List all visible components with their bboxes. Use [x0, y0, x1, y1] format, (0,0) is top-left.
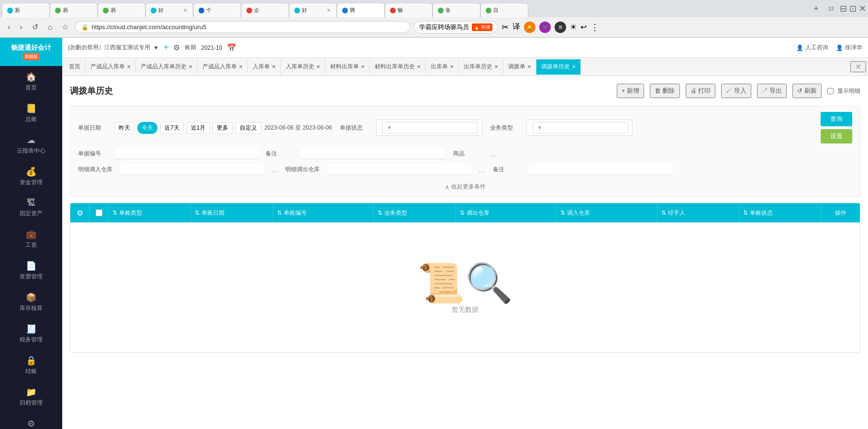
tab-close-6[interactable]: ✕ [326, 7, 332, 13]
new-button[interactable]: + 新增 [617, 84, 644, 98]
sidebar-item-report[interactable]: ☁ 云报表中心 [0, 129, 62, 161]
page-tab-close-in-order[interactable]: ✕ [272, 64, 276, 69]
select-all-checkbox[interactable] [96, 209, 102, 216]
menu-icon[interactable]: ⋮ [590, 22, 599, 33]
page-tab-in-history[interactable]: 入库单历史 ✕ [281, 59, 325, 75]
sidebar-item-archive[interactable]: 📁 归档管理 [0, 381, 62, 413]
date-custom-btn[interactable]: 自定义 [235, 122, 261, 134]
display-toggle[interactable]: 显示明细 [827, 87, 860, 95]
sidebar-item-ledger[interactable]: 📒 总账 [0, 98, 62, 129]
browser-tab-7[interactable]: 腾 [337, 3, 385, 17]
th-in[interactable]: ⇅ 调入仓库 [556, 203, 657, 222]
user-button[interactable]: 👤 徐泽华 [836, 44, 862, 52]
brightness-icon[interactable]: ☀ [570, 22, 577, 32]
date-yesterday-btn[interactable]: 昨天 [114, 122, 134, 134]
date-1month-btn[interactable]: 近1月 [187, 122, 210, 134]
goods-dots-btn[interactable]: ... [490, 150, 496, 158]
page-tab-close-transfer-history[interactable]: ✕ [572, 64, 576, 69]
calendar-icon[interactable]: 📅 [227, 43, 236, 52]
star-button[interactable]: ☆ [59, 21, 71, 33]
page-tab-close-material-out[interactable]: ✕ [361, 64, 365, 69]
window-controls[interactable]: ⊟ ⊡ ✕ [840, 3, 866, 14]
page-tab-home[interactable]: 首页 [64, 59, 86, 75]
th-handler[interactable]: ⇅ 经手人 [657, 203, 740, 222]
extension-icon-1[interactable]: 🔔 [524, 22, 535, 33]
undo-icon[interactable]: ↩ [580, 22, 587, 32]
display-checkbox[interactable] [827, 88, 834, 94]
page-tab-product-in-history[interactable]: 产成品入库单历史 ✕ [136, 59, 198, 75]
note-input[interactable] [529, 164, 673, 175]
out-warehouse-input[interactable] [327, 164, 471, 175]
page-tab-material-out-history[interactable]: 材料出库单历史 ✕ [370, 59, 426, 75]
refresh-button[interactable]: ↺ 刷新 [792, 84, 822, 98]
sidebar-item-wage[interactable]: 💼 工资 [0, 223, 62, 255]
browser-tab-2[interactable]: 易 [98, 3, 145, 17]
forward-button[interactable]: › [17, 21, 25, 33]
tab-close-3[interactable]: ✕ [182, 7, 188, 13]
th-date[interactable]: ⇅ 单账日期 [191, 203, 273, 222]
browser-tab-3[interactable]: 好 ✕ [145, 3, 193, 17]
back-button[interactable]: ‹ [5, 21, 13, 33]
date-more-btn[interactable]: 更多 [212, 122, 233, 134]
scissors-icon[interactable]: ✂ [501, 22, 509, 33]
page-tab-material-out[interactable]: 材料出库单 ✕ [325, 59, 370, 75]
page-tab-product-in[interactable]: 产成品入库单 ✕ [86, 59, 136, 75]
consultant-button[interactable]: 👤 人工咨询 [796, 44, 828, 52]
import-button[interactable]: ↙ 导入 [721, 84, 751, 98]
sidebar-item-closing[interactable]: 🔒 结账 [0, 350, 62, 381]
sidebar-item-capital[interactable]: 💰 资金管理 [0, 161, 62, 192]
browser-tab-9[interactable]: 各 [433, 3, 480, 17]
new-tab-button[interactable]: + [810, 4, 823, 14]
biztype-select[interactable]: ▼ [526, 120, 633, 136]
extension-icon-2[interactable]: 🎮 [539, 22, 551, 33]
settings-icon[interactable]: ⚙ [173, 43, 180, 52]
browser-tab-5[interactable]: 企 [241, 3, 289, 17]
browser-tab-0[interactable]: 新 [2, 3, 50, 17]
sidebar-item-invoice[interactable]: 📄 发票管理 [0, 255, 62, 286]
page-tab-out-order[interactable]: 出库单 ✕ [426, 59, 459, 75]
sidebar-item-tax[interactable]: 🧾 税务管理 [0, 318, 62, 350]
company-selector[interactable]: (勿删勿禁用）江西服宝测试专用 ▼ [68, 44, 159, 52]
query-button[interactable]: 查询 [821, 112, 852, 126]
page-tab-close-product-in-history[interactable]: ✕ [189, 64, 192, 69]
page-tab-close-in-history[interactable]: ✕ [316, 64, 320, 69]
url-bar[interactable]: 🔒 https://cloud.chanjet.com/accounting/u… [75, 21, 410, 33]
status-select[interactable]: ▼ [376, 120, 482, 136]
page-tab-close-out-history[interactable]: ✕ [494, 64, 498, 69]
th-out[interactable]: ⇅ 调出仓库 [456, 203, 556, 222]
out-warehouse-dots[interactable]: ... [479, 165, 485, 174]
date-7days-btn[interactable]: 近7天 [160, 122, 184, 134]
add-company-button[interactable]: + [164, 43, 169, 53]
page-tab-close-product-in2[interactable]: ✕ [239, 64, 243, 69]
page-tab-close-transfer[interactable]: ✕ [527, 64, 531, 69]
th-checkbox[interactable] [89, 203, 109, 222]
collapse-button[interactable]: ∧ 收起更多条件 [445, 180, 486, 191]
print-button[interactable]: 🖨 打印 [686, 84, 716, 98]
th-type[interactable]: ⇅ 单账类型 [109, 203, 191, 222]
export-button[interactable]: ↗ 导出 [757, 84, 787, 98]
browser-tab-4[interactable]: 个 [193, 3, 241, 17]
page-tab-close-out-order[interactable]: ✕ [450, 64, 454, 69]
browser-tab-6[interactable]: 好 ✕ [289, 3, 337, 17]
browser-search[interactable]: 学霸应聘场驱鸟员 🔥 热搜 [414, 21, 498, 33]
th-num[interactable]: ⇅ 单账编号 [273, 203, 374, 222]
remark-input[interactable] [302, 148, 445, 159]
sidebar-item-fixed[interactable]: 🏗 固定资产 [0, 192, 62, 223]
page-tab-close-material-out-history[interactable]: ✕ [417, 64, 421, 69]
home-button[interactable]: ⌂ [45, 21, 56, 33]
sidebar-item-home[interactable]: 🏠 首页 [0, 66, 62, 98]
extension-icon-3[interactable]: ⊞ [555, 22, 566, 33]
th-settings[interactable]: ⚙ [70, 203, 89, 222]
setting-button[interactable]: 设置 [821, 129, 852, 143]
th-status[interactable]: ⇅ 单账状态 [739, 203, 822, 222]
page-tab-transfer-history[interactable]: 调拨单历史 ✕ [536, 59, 581, 75]
docnum-input[interactable] [114, 148, 258, 159]
browser-tab-1[interactable]: 易 [50, 3, 98, 17]
translate-icon[interactable]: 译 [512, 22, 520, 32]
browser-tab-8[interactable]: 畅 [385, 3, 433, 17]
browser-tab-10[interactable]: 目 [480, 3, 528, 17]
close-all-tabs-button[interactable]: ✕ [850, 61, 866, 72]
page-tab-close-product-in[interactable]: ✕ [127, 64, 131, 69]
delete-button[interactable]: 🗑 删除 [650, 84, 680, 98]
th-biztype[interactable]: ⇅ 业务类型 [374, 203, 456, 222]
